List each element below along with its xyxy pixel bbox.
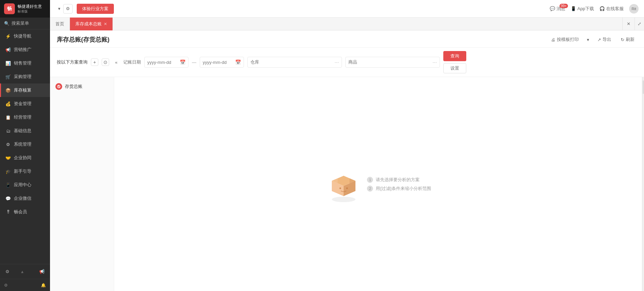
svg-point-1 [332,197,355,202]
sidebar-item-sales[interactable]: 📊 销售管理 [0,56,50,70]
date-filter-label: 记账日期 [123,59,141,65]
export-icon: ↗ [597,37,601,42]
message-icon: 💬 [550,6,555,11]
filter-row: 按以下方案查询 + ⊙ « 记账日期 📅 — 📅 仓库 ⋯ [50,48,644,77]
purchase-icon: 🛒 [5,74,11,80]
topbar-settings-btn[interactable]: ⚙ [63,4,73,14]
wechat-icon: 💬 [5,195,11,201]
svg-point-8 [340,187,341,189]
sidebar-bottom: ▲ ⚙ 📢 [0,264,50,279]
scroll-up-indicator[interactable]: ▲ [20,269,24,274]
empty-state: 1 请先选择要分析的方案 2 用[过滤]条件来缩小分析范围 [114,77,642,291]
export-button[interactable]: ↗ 导出 [595,35,614,44]
empty-box-svg [325,167,362,204]
tab-home[interactable]: 首页 [50,18,70,30]
tabs-bar: 首页 库存成本总账 ✕ ✕ ⤢ [50,18,644,30]
sidebar-item-app-center[interactable]: 📱 应用中心 [0,178,50,192]
sidebar-item-operation[interactable]: 📋 经营管理 [0,111,50,124]
filter-settings-button[interactable]: ⊙ [102,58,109,66]
date-end-input-wrap: 📅 [200,57,244,68]
sidebar-navigation: ⚡ 快捷导航 📢 营销推广 📊 销售管理 🛒 采购管理 📦 库存核算 💰 资金管… [0,29,50,264]
sidebar-item-enterprise[interactable]: 🤝 企业协同 [0,151,50,165]
messages-button[interactable]: 💬 消息 99+ [550,6,565,12]
user-avatar[interactable]: Rit [629,4,639,14]
date-start-input[interactable] [147,60,178,65]
filter-option-inventory-ledger[interactable]: 存货总账 [50,80,114,93]
main-area: ▾ ⚙ 体验行业方案 💬 消息 99+ 📱 App下载 🎧 在线客服 Rit [50,0,644,291]
inventory-icon: 📦 [5,87,11,93]
app-logo: 畅 畅捷通好生意 标准版 [0,0,50,18]
speaker-icon-bottom[interactable]: 🔔 [41,283,46,288]
date-end-input[interactable] [203,60,233,65]
online-service-button[interactable]: 🎧 在线客服 [599,6,624,12]
scroll-thumb [643,80,644,94]
operation-icon: 📋 [5,114,11,120]
query-button[interactable]: 查询 [443,51,466,61]
basic-icon: 🗂 [5,128,11,134]
goods-more-icon[interactable]: ⋯ [432,60,437,65]
date-start-input-wrap: 📅 [144,57,189,68]
empty-inner: 1 请先选择要分析的方案 2 用[过滤]条件来缩小分析范围 [325,167,431,201]
enterprise-icon: 🤝 [5,155,11,161]
sidebar-item-inventory[interactable]: 📦 库存核算 [0,83,50,97]
sidebar-item-system[interactable]: ⚙ 系统管理 [0,138,50,151]
filter-setting-button[interactable]: 设置 [443,63,466,73]
filter-collapse-button[interactable]: « [113,58,120,66]
goods-filter-wrap: 商品 ⋯ [345,57,440,68]
page-header: 库存总账(存货总账) 🖨 按模板打印 ▾ ↗ 导出 ↻ 刷新 [50,30,644,48]
tab-panel-close-button[interactable]: ✕ [622,18,635,30]
sales-icon: 📊 [5,60,11,66]
speaker-button[interactable]: 📢 [38,268,46,275]
sidebar-item-quick-nav[interactable]: ⚡ 快捷导航 [0,29,50,43]
search-menu[interactable]: 🔍 搜索菜单 [0,18,50,29]
tip-text-1: 请先选择要分析的方案 [376,177,420,183]
right-edge-indicator [642,77,644,291]
sidebar-item-purchase[interactable]: 🛒 采购管理 [0,70,50,83]
phone-icon: 📱 [571,6,576,11]
dropdown-arrow[interactable]: ▾ [58,6,60,11]
app-download-button[interactable]: 📱 App下载 [571,6,594,12]
settings-button[interactable]: ⚙ [4,268,11,275]
goods-label: 商品 [348,59,357,65]
print-dropdown-arrow[interactable]: ▾ [586,36,591,44]
print-button[interactable]: 🖨 按模板打印 [548,35,581,44]
quick-nav-icon: ⚡ [5,33,11,39]
sidebar-item-finance[interactable]: 💰 资金管理 [0,97,50,111]
topbar-right: 💬 消息 99+ 📱 App下载 🎧 在线客服 Rit [550,4,639,14]
calendar-end-icon[interactable]: 📅 [235,59,241,65]
industry-plan-button[interactable]: 体验行业方案 [77,4,114,14]
empty-tips: 1 请先选择要分析的方案 2 用[过滤]条件来缩小分析范围 [367,177,431,192]
sidebar-item-guide[interactable]: 🎓 新手引导 [0,165,50,178]
tab-close-inventory[interactable]: ✕ [104,22,107,26]
page-title: 库存总账(存货总账) [57,35,109,44]
sidebar-item-marketing[interactable]: 📢 营销推广 [0,43,50,56]
headset-icon: 🎧 [599,6,605,11]
filter-add-button[interactable]: + [91,58,98,66]
filter-option-icon [55,83,62,90]
filter-option-label: 存货总账 [65,83,82,90]
sidebar-item-wechat[interactable]: 💬 企业微信 [0,192,50,205]
logo-icon: 畅 [4,3,15,14]
sidebar-item-basic[interactable]: 🗂 基础信息 [0,124,50,138]
warehouse-label: 仓库 [250,59,259,65]
tab-panel-resize-button[interactable]: ⤢ [635,18,644,30]
guide-icon: 🎓 [5,168,11,174]
sidebar: 畅 畅捷通好生意 标准版 🔍 搜索菜单 ⚡ 快捷导航 📢 营销推广 📊 销售管理… [0,0,50,291]
refresh-icon: ↻ [621,37,624,42]
svg-point-9 [346,187,348,189]
warehouse-more-icon[interactable]: ⋯ [335,60,339,65]
tip-item-2: 2 用[过滤]条件来缩小分析范围 [367,186,431,192]
refresh-button[interactable]: ↻ 刷新 [618,35,637,44]
tip-num-1: 1 [367,177,373,183]
filter-label: 按以下方案查询 [57,59,88,65]
logo-text: 畅捷通好生意 标准版 [18,4,42,14]
sidebar-item-member[interactable]: 🎖 畅会员 [0,205,50,219]
member-icon: 🎖 [5,209,11,215]
header-actions: 🖨 按模板打印 ▾ ↗ 导出 ↻ 刷新 [548,35,637,44]
message-badge: 99+ [560,4,568,8]
tip-num-2: 2 [367,186,373,192]
gear-icon-bottom[interactable]: ⚙ [4,283,8,288]
calendar-start-icon[interactable]: 📅 [180,59,185,65]
marketing-icon: 📢 [5,47,11,53]
tab-inventory-ledger[interactable]: 库存成本总账 ✕ [70,18,113,30]
